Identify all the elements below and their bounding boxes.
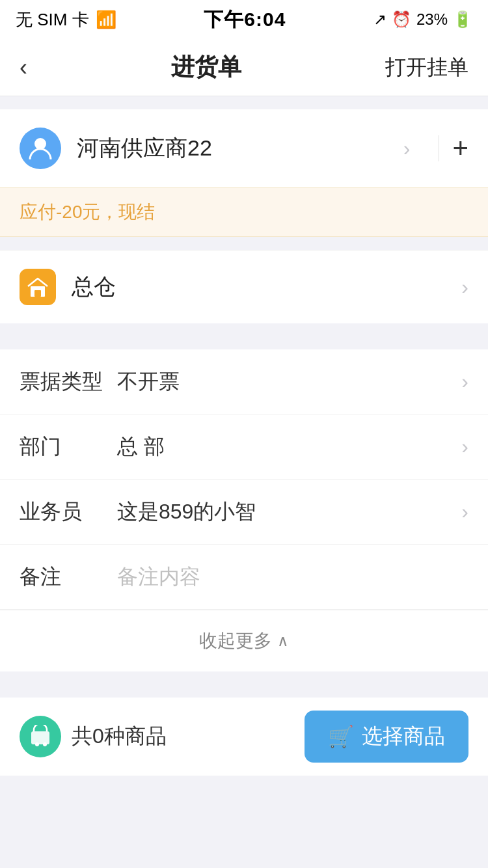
product-info: 共0种商品 bbox=[20, 716, 167, 757]
salesperson-row[interactable]: 业务员 这是859的小智 › bbox=[0, 480, 488, 545]
remark-input[interactable]: 备注内容 bbox=[111, 563, 468, 591]
supplier-name: 河南供应商22 bbox=[77, 133, 403, 163]
department-arrow-icon: › bbox=[461, 435, 468, 459]
carrier-text: 无 SIM 卡 bbox=[16, 8, 89, 31]
supplier-avatar bbox=[20, 128, 61, 169]
status-bar: 无 SIM 卡 📶 下午6:04 ↗ ⏰ 23% 🔋 bbox=[0, 0, 488, 39]
back-button[interactable]: ‹ bbox=[20, 54, 27, 81]
cart-icon bbox=[29, 725, 52, 748]
notice-text: 应付-20元，现结 bbox=[20, 202, 155, 222]
status-right: ↗ ⏰ 23% 🔋 bbox=[373, 10, 472, 29]
nav-bar: ‹ 进货单 打开挂单 bbox=[0, 39, 488, 96]
notice-bar: 应付-20元，现结 bbox=[0, 187, 488, 237]
select-product-label: 选择商品 bbox=[362, 722, 445, 751]
section-gap-3 bbox=[0, 323, 488, 336]
invoice-label: 票据类型 bbox=[20, 368, 111, 396]
svg-point-0 bbox=[34, 138, 46, 150]
page-container: 无 SIM 卡 📶 下午6:04 ↗ ⏰ 23% 🔋 ‹ 进货单 打开挂单 河南… bbox=[0, 0, 488, 868]
select-product-button[interactable]: 🛒 选择商品 bbox=[305, 711, 468, 763]
warehouse-arrow-icon: › bbox=[461, 275, 468, 299]
vertical-divider bbox=[439, 135, 439, 161]
svg-point-4 bbox=[35, 742, 39, 746]
salesperson-value: 这是859的小智 bbox=[111, 498, 461, 526]
invoice-value: 不开票 bbox=[111, 368, 461, 396]
section-gap-4 bbox=[0, 671, 488, 685]
form-section: 票据类型 不开票 › 部门 总 部 › 业务员 这是859的小智 › 备注 备注… bbox=[0, 349, 488, 671]
svg-rect-2 bbox=[34, 290, 41, 297]
department-label: 部门 bbox=[20, 433, 111, 461]
warehouse-card: 总仓 › bbox=[0, 250, 488, 323]
warehouse-row[interactable]: 总仓 › bbox=[0, 250, 488, 323]
open-pending-button[interactable]: 打开挂单 bbox=[385, 53, 468, 82]
svg-point-5 bbox=[43, 742, 47, 746]
department-value: 总 部 bbox=[111, 433, 461, 461]
status-left: 无 SIM 卡 📶 bbox=[16, 8, 116, 31]
add-supplier-button[interactable]: + bbox=[452, 133, 468, 164]
location-icon: ↗ bbox=[373, 10, 386, 29]
select-product-icon: 🛒 bbox=[328, 724, 354, 749]
product-count-text: 共0种商品 bbox=[72, 722, 167, 751]
supplier-card: 河南供应商22 › + 应付-20元，现结 bbox=[0, 109, 488, 237]
home-icon bbox=[27, 277, 48, 297]
warehouse-icon bbox=[20, 269, 56, 305]
alarm-icon: ⏰ bbox=[392, 10, 411, 29]
battery-text: 23% bbox=[416, 10, 448, 29]
supplier-row[interactable]: 河南供应商22 › + bbox=[0, 109, 488, 187]
page-title: 进货单 bbox=[171, 51, 241, 83]
supplier-arrow-icon: › bbox=[403, 137, 411, 161]
invoice-type-row[interactable]: 票据类型 不开票 › bbox=[0, 349, 488, 414]
remark-row[interactable]: 备注 备注内容 bbox=[0, 545, 488, 610]
collapse-row[interactable]: 收起更多 ∧ bbox=[0, 610, 488, 671]
bottom-bar: 共0种商品 🛒 选择商品 bbox=[0, 698, 488, 776]
section-gap-1 bbox=[0, 96, 488, 109]
wifi-icon: 📶 bbox=[96, 10, 116, 30]
svg-rect-3 bbox=[31, 731, 49, 744]
invoice-arrow-icon: › bbox=[461, 370, 468, 394]
collapse-icon: ∧ bbox=[277, 632, 289, 650]
salesperson-arrow-icon: › bbox=[461, 500, 468, 524]
warehouse-name: 总仓 bbox=[72, 272, 461, 302]
battery-icon: 🔋 bbox=[453, 10, 472, 29]
section-gap-2 bbox=[0, 237, 488, 250]
remark-label: 备注 bbox=[20, 563, 111, 591]
status-time: 下午6:04 bbox=[204, 7, 286, 33]
person-icon bbox=[29, 136, 52, 161]
product-icon bbox=[20, 716, 61, 757]
salesperson-label: 业务员 bbox=[20, 498, 111, 526]
department-row[interactable]: 部门 总 部 › bbox=[0, 414, 488, 480]
collapse-text: 收起更多 bbox=[199, 629, 272, 653]
